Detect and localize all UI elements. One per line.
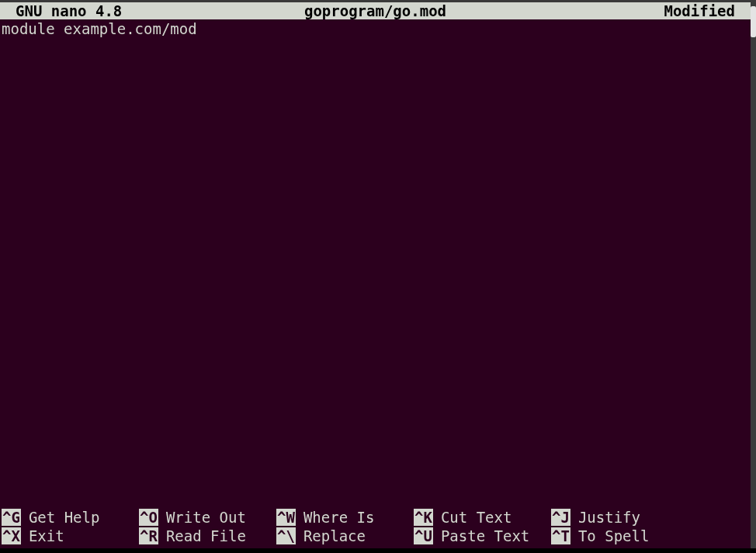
nano-editor-terminal: GNU nano 4.8 goprogram/go.mod Modified m… [0,0,751,548]
shortcut-key: ^U [414,527,433,544]
shortcut-label: To Spell [578,527,650,544]
shortcut-key: ^\ [276,527,296,544]
shortcut-key: ^R [139,527,158,544]
shortcut-label: Cut Text [441,509,512,526]
shortcut-label: Paste Text [441,527,529,544]
shortcut-justify[interactable]: ^J Justify [551,509,688,526]
editor-content-line[interactable]: module example.com/mod [2,19,749,38]
shortcut-paste-text[interactable]: ^U Paste Text [414,527,551,544]
shortcut-label: Justify [578,509,640,526]
shortcut-key: ^G [2,509,21,526]
shortcut-label: Where Is [303,509,375,526]
modified-status: Modified [664,2,743,19]
shortcuts-bar: ^G Get Help ^O Write Out ^W Where Is ^K … [0,508,751,548]
file-name: goprogram/go.mod [304,2,446,19]
scrollbar-track[interactable] [751,0,756,548]
shortcut-read-file[interactable]: ^R Read File [139,527,276,544]
scrollbar-thumb[interactable] [751,6,756,37]
shortcut-write-out[interactable]: ^O Write Out [139,509,276,526]
shortcut-replace[interactable]: ^\ Replace [276,527,414,544]
shortcut-label: Read File [166,527,246,544]
shortcut-get-help[interactable]: ^G Get Help [2,509,139,526]
shortcut-key: ^X [2,527,21,544]
shortcut-row-1: ^G Get Help ^O Write Out ^W Where Is ^K … [2,508,749,527]
shortcut-label: Get Help [29,509,100,526]
shortcut-label: Exit [29,527,64,544]
shortcut-where-is[interactable]: ^W Where Is [276,509,414,526]
shortcut-row-2: ^X Exit ^R Read File ^\ Replace ^U Paste… [2,527,749,545]
shortcut-label: Replace [303,527,366,544]
shortcut-cut-text[interactable]: ^K Cut Text [414,509,551,526]
shortcut-key: ^K [414,509,433,526]
editor-area[interactable]: module example.com/mod [0,19,751,508]
app-name: GNU nano 4.8 [8,2,122,19]
shortcut-exit[interactable]: ^X Exit [2,527,139,544]
shortcut-to-spell[interactable]: ^T To Spell [551,527,688,544]
shortcut-key: ^O [139,509,158,526]
shortcut-key: ^J [551,509,570,526]
shortcut-key: ^T [551,527,570,544]
shortcut-label: Write Out [166,509,246,526]
shortcut-key: ^W [276,509,296,526]
title-bar: GNU nano 4.8 goprogram/go.mod Modified [0,2,751,19]
